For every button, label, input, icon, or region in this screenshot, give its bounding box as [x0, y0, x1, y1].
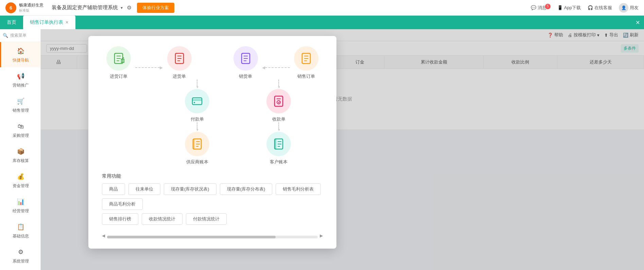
management-icon: 📊	[16, 197, 25, 206]
svg-rect-23	[193, 139, 195, 149]
finance-icon: 💰	[16, 172, 25, 181]
popup: 进货订单 ▶ 进货单	[88, 36, 336, 249]
payment-label: 付款单	[191, 116, 204, 122]
customer-book-icon[interactable]	[266, 132, 291, 156]
func-buttons-row2: 销售排行榜 收款情况统计 付款情况统计	[102, 213, 323, 225]
purchase-order-label: 进货订单	[110, 73, 127, 79]
svg-point-18	[194, 102, 195, 103]
customer-book-label: 客户账本	[270, 159, 288, 165]
top-header: 6 畅康通好生意 标准版 装备及固定资产辅助管理系统 ▾ ⚙ 体验行业方案 💬 …	[0, 0, 644, 16]
app-download-button[interactable]: 📱 App下载	[557, 5, 581, 11]
svg-rect-19	[275, 96, 283, 106]
sales-bill-label: 销货单	[239, 73, 252, 79]
popup-scrollbar[interactable]: ◀ ▶	[102, 229, 323, 238]
download-icon: 📱	[557, 5, 563, 10]
flow-node-payment: 付款单	[177, 89, 217, 122]
flow-node-supplier-book: 供应商账本	[177, 132, 217, 165]
receipt-icon[interactable]	[266, 89, 291, 113]
home-icon: 🏠	[16, 46, 25, 56]
sidebar-item-finance[interactable]: 💰 资金管理	[0, 168, 40, 193]
func-btn-stock-dist[interactable]: 现存量(库存分布表)	[220, 183, 273, 195]
sidebar-item-system[interactable]: ⚙ 系统管理	[0, 243, 40, 268]
flow-node-sales-order: 销售订单	[290, 46, 323, 79]
tab-home[interactable]: 首页	[0, 16, 23, 29]
func-btn-partners[interactable]: 往来单位	[128, 183, 160, 195]
sidebar-item-management[interactable]: 📊 经营管理	[0, 193, 40, 218]
flow-diagram: 进货订单 ▶ 进货单	[102, 46, 323, 165]
sidebar-item-sales[interactable]: 🛒 销售管理	[0, 92, 40, 118]
sales-icon: 🛒	[16, 96, 25, 106]
svg-rect-28	[275, 139, 276, 149]
func-btn-sales-rank[interactable]: 销售排行榜	[102, 213, 138, 225]
common-functions-title: 常用功能	[102, 173, 323, 179]
search-menu[interactable]: 🔍 搜索菜单	[0, 29, 40, 42]
sales-order-icon[interactable]	[294, 46, 318, 71]
message-button[interactable]: 💬 消息 5	[531, 5, 551, 11]
sidebar-item-purchase[interactable]: 🛍 采购管理	[0, 118, 40, 143]
purchase-bill-icon[interactable]	[167, 46, 192, 71]
sidebar: 🔍 搜索菜单 🏠 快捷导航 📢 营销推广 🛒 销售管理 🛍 采购管理 📦 库存核…	[0, 29, 41, 270]
purchase-order-icon[interactable]	[106, 46, 131, 71]
func-btn-sales-gross[interactable]: 销售毛利分析表	[276, 183, 321, 195]
flow-node-customer-book: 客户账本	[258, 132, 299, 165]
flow-node-purchase-bill: 进货单	[163, 46, 196, 79]
main-layout: 🔍 搜索菜单 🏠 快捷导航 📢 营销推广 🛒 销售管理 🛍 采购管理 📦 库存核…	[0, 29, 644, 270]
supplier-book-icon[interactable]	[185, 132, 209, 156]
sidebar-item-collaboration[interactable]: 🤝 企业协同	[0, 268, 40, 270]
search-icon: 🔍	[3, 33, 8, 38]
flow-node-sales-bill: 销货单	[229, 46, 262, 79]
basic-info-icon: 📋	[16, 222, 25, 232]
func-btn-payment-stat[interactable]: 付款情况统计	[186, 213, 227, 225]
purchase-bill-label: 进货单	[173, 73, 186, 79]
func-btn-receipt-stat[interactable]: 收款情况统计	[142, 213, 182, 225]
system-icon: ⚙	[16, 247, 25, 257]
tab-sales-execution[interactable]: 销售订单执行表 ✕	[23, 16, 75, 29]
svg-rect-17	[192, 99, 202, 101]
marketing-icon: 📢	[16, 71, 25, 81]
func-btn-goods[interactable]: 商品	[102, 183, 125, 195]
dropdown-icon[interactable]: ▾	[121, 5, 123, 10]
online-service-button[interactable]: 🎧 在线客服	[588, 5, 612, 11]
user-area[interactable]: 👤 用友	[619, 3, 639, 13]
logo-area: 6 畅康通好生意 标准版	[5, 2, 46, 13]
message-icon: 💬	[531, 5, 536, 10]
payment-icon[interactable]	[185, 89, 209, 113]
flow-node-receipt: 收款单	[258, 89, 299, 122]
system-title: 装备及固定资产辅助管理系统	[52, 4, 118, 11]
trial-button[interactable]: 体验行业方案	[137, 3, 174, 13]
sales-order-label: 销售订单	[297, 73, 315, 79]
sidebar-item-basic-info[interactable]: 📋 基础信息	[0, 218, 40, 243]
svg-point-21	[277, 101, 280, 104]
tab-close-icon[interactable]: ✕	[65, 20, 69, 25]
sidebar-item-quick-nav[interactable]: 🏠 快捷导航	[0, 42, 40, 67]
close-all-button[interactable]: ✕	[636, 19, 640, 26]
logo-icon: 6	[5, 2, 16, 13]
func-btn-goods-gross[interactable]: 商品毛利分析	[102, 198, 143, 210]
sidebar-item-inventory[interactable]: 📦 库存核算	[0, 143, 40, 168]
overlay: 进货订单 ▶ 进货单	[41, 29, 644, 270]
common-functions: 常用功能 商品 往来单位 现存量(库存状况表) 现存量(库存分布表) 销售毛利分…	[102, 173, 323, 225]
receipt-label: 收款单	[272, 116, 285, 122]
service-icon: 🎧	[588, 5, 593, 10]
sidebar-item-marketing[interactable]: 📢 营销推广	[0, 67, 40, 92]
func-btn-stock-status[interactable]: 现存量(库存状况表)	[164, 183, 216, 195]
svg-rect-16	[192, 98, 202, 105]
header-right: 💬 消息 5 📱 App下载 🎧 在线客服 👤 用友	[531, 3, 639, 13]
main-content: ❓ 帮助 🖨 按模板打印 ▾ ⬆ 导出 🔄 刷新	[41, 29, 644, 270]
sales-bill-icon[interactable]	[233, 46, 258, 71]
avatar: 👤	[619, 3, 628, 13]
logo-text: 畅康通好生意 标准版	[19, 2, 43, 13]
message-badge: 5	[545, 4, 551, 9]
flow-node-purchase-order: 进货订单	[102, 46, 135, 79]
purchase-icon: 🛍	[16, 122, 25, 131]
inventory-icon: 📦	[16, 147, 25, 156]
gear-icon[interactable]: ⚙	[127, 4, 132, 11]
tab-bar: 首页 销售订单执行表 ✕ ✕	[0, 16, 644, 29]
func-buttons-row1: 商品 往来单位 现存量(库存状况表) 现存量(库存分布表) 销售毛利分析表 商品…	[102, 183, 323, 210]
supplier-book-label: 供应商账本	[186, 159, 208, 165]
